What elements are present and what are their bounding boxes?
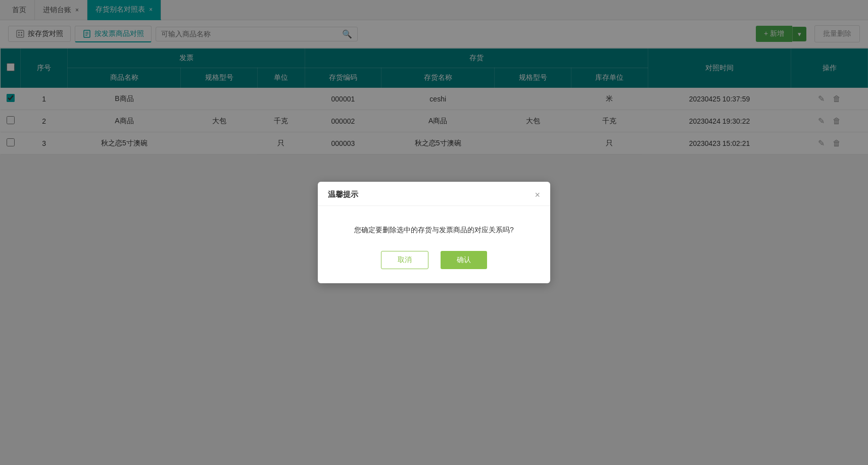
dialog-overlay: 温馨提示 × 您确定要删除选中的存货与发票商品的对应关系吗? 取消 确认: [0, 0, 868, 154]
